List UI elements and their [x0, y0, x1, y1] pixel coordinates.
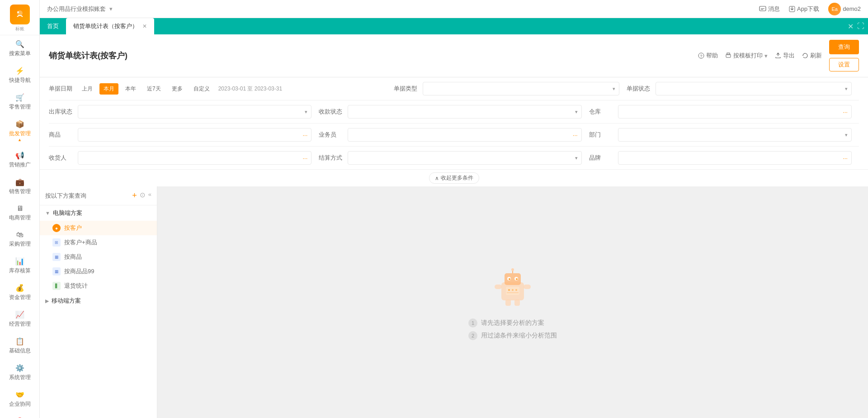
logo-icon — [10, 5, 30, 24]
sidebar-item-finance[interactable]: 💰 资金管理 — [0, 279, 39, 306]
messages-btn[interactable]: 消息 — [759, 5, 780, 13]
date-btn-this-year[interactable]: 本年 — [121, 83, 140, 95]
inventory-icon: 📊 — [15, 257, 24, 266]
ecommerce-icon: 🖥 — [16, 204, 24, 213]
content-area: 销货单统计表(按客户) ? 帮助 按模板打印 ▾ 导出 — [40, 34, 868, 418]
department-input[interactable]: ▾ — [618, 128, 852, 142]
print-dropdown-icon[interactable]: ▾ — [764, 52, 768, 59]
type-arrow-icon: ▾ — [613, 86, 615, 92]
refresh-btn[interactable]: 刷新 — [802, 52, 822, 60]
left-panel-title: 按以下方案查询 — [45, 192, 86, 200]
mobile-group-label: 移动端方案 — [52, 297, 81, 305]
sidebar-item-system[interactable]: ⚙️ 系统管理 — [0, 359, 39, 386]
plan-item-by-customer[interactable]: ● 按客户 — [40, 221, 157, 235]
page-header: 销货单统计表(按客户) ? 帮助 按模板打印 ▾ 导出 — [40, 34, 868, 77]
salesman-input[interactable]: ··· — [348, 128, 581, 142]
sidebar-item-quick[interactable]: ⚡ 快捷导航 — [0, 62, 39, 89]
sidebar-item-search[interactable]: 🔍 搜索菜单 — [0, 35, 39, 62]
settings-plan-btn[interactable]: ⊙ — [140, 191, 146, 200]
export-btn[interactable]: 导出 — [775, 52, 795, 60]
desktop-group-header[interactable]: ▼ 电脑端方案 — [40, 205, 157, 221]
plan-item-return-stats[interactable]: ▋ 退货统计 — [40, 279, 157, 293]
empty-hint-2: 2 用过滤条件来缩小分析范围 — [468, 331, 557, 340]
settings-button[interactable]: 设置 — [829, 58, 859, 71]
query-button[interactable]: 查询 — [829, 40, 859, 54]
type-input[interactable]: ▾ — [423, 82, 619, 95]
warehouse-input[interactable]: ··· — [618, 105, 852, 119]
sidebar-item-marketing[interactable]: 📢 营销推广 — [0, 147, 39, 173]
out-status-input[interactable]: ▾ — [78, 105, 311, 119]
topbar-right: 消息 App下载 Ea demo2 — [759, 3, 861, 15]
sidebar-item-sales[interactable]: 💼 销售管理 — [0, 173, 39, 200]
status-arrow-icon: ▾ — [845, 86, 848, 92]
export-icon — [775, 52, 781, 59]
sidebar-item-purchase[interactable]: 🛍 采购管理 — [0, 226, 39, 252]
add-plan-btn[interactable]: + — [132, 191, 137, 200]
tab-minimize-icon[interactable]: ✕ — [848, 22, 854, 31]
date-filter: 上月 本月 本年 近7天 更多 自定义 2023-03-01 至 2023-03… — [78, 83, 282, 95]
collapse-panel-btn[interactable]: « — [148, 191, 151, 200]
mobile-group-header[interactable]: ▶ 移动端方案 — [40, 293, 157, 309]
status-input[interactable]: ▾ — [656, 82, 852, 95]
date-btn-more[interactable]: 更多 — [168, 83, 187, 95]
tab-maximize-icon[interactable]: ⛶ — [857, 22, 864, 31]
user-area[interactable]: Ea demo2 — [828, 3, 861, 15]
type-filter-cell: 单据类型 ▾ — [394, 82, 626, 95]
settlement-input[interactable]: ▾ — [348, 151, 581, 165]
receiver-label: 收货人 — [49, 154, 74, 162]
svg-rect-19 — [514, 299, 520, 306]
basic-icon: 📋 — [15, 337, 24, 346]
app-download-btn[interactable]: App下载 — [789, 5, 819, 13]
tab-close-icon[interactable]: ✕ — [142, 23, 147, 29]
out-status-arrow-icon: ▾ — [305, 109, 307, 115]
settlement-label: 结算方式 — [319, 154, 344, 162]
filter-area: 单据日期 上月 本月 本年 近7天 更多 自定义 2023-03-01 至 20… — [40, 77, 868, 169]
tab-sales-report[interactable]: 销货单统计表（按客户） ✕ — [66, 18, 154, 34]
date-btn-last-month[interactable]: 上月 — [78, 83, 97, 95]
receive-status-input[interactable]: ▾ — [348, 105, 581, 119]
sidebar-item-wholesale[interactable]: 📦 批发管理 ▲ — [0, 115, 39, 147]
operations-icon: 📈 — [15, 310, 24, 319]
by-customer-goods-icon: ⊞ — [52, 238, 61, 247]
type-label: 单据类型 — [394, 85, 419, 93]
mobile-toggle-icon: ▶ — [45, 298, 49, 304]
date-btn-custom[interactable]: 自定义 — [189, 83, 214, 95]
settlement-arrow-icon: ▾ — [575, 155, 578, 161]
sidebar-item-newbie[interactable]: 🎯 新手引导 — [0, 413, 39, 418]
out-status-label: 出库状态 — [49, 108, 74, 116]
top-dropdown-icon[interactable]: ▾ — [109, 5, 113, 12]
date-btn-this-month[interactable]: 本月 — [99, 83, 118, 95]
brand-input[interactable]: ··· — [618, 151, 852, 165]
collapse-button[interactable]: ∧ 收起更多条件 — [429, 172, 479, 184]
topbar: 办公用品行业模拟账套 ▾ 消息 App下载 Ea demo2 — [40, 0, 868, 18]
by-goods-icon: ▦ — [52, 253, 61, 261]
sidebar-item-basic[interactable]: 📋 基础信息 — [0, 332, 39, 359]
plan-item-by-customer-goods[interactable]: ⊞ 按客户+商品 — [40, 235, 157, 250]
warehouse-filter-cell: 仓库 ··· — [589, 105, 859, 119]
mobile-plan-group: ▶ 移动端方案 — [40, 293, 157, 309]
svg-rect-18 — [505, 299, 511, 306]
tab-expand-area: ✕ ⛶ — [848, 22, 864, 31]
sidebar-item-ecommerce[interactable]: 🖥 电商管理 — [0, 200, 39, 226]
finance-icon: 💰 — [15, 284, 24, 292]
filter-row-2: 出库状态 ▾ 收款状态 ▾ 仓库 — [49, 100, 859, 124]
tab-home[interactable]: 首页 — [40, 18, 66, 34]
help-icon: ? — [698, 52, 704, 59]
goods-input[interactable]: ··· — [78, 128, 311, 142]
sidebar-item-enterprise[interactable]: 🤝 企业协同 — [0, 386, 39, 413]
settlement-filter-cell: 结算方式 ▾ — [319, 151, 589, 165]
help-btn[interactable]: ? 帮助 — [698, 52, 718, 60]
workspace: 按以下方案查询 + ⊙ « ▼ 电脑端方案 ● 按客户 — [40, 186, 868, 418]
receive-status-filter-cell: 收款状态 ▾ — [319, 105, 589, 119]
date-btn-7days[interactable]: 近7天 — [143, 83, 165, 95]
sidebar-item-inventory[interactable]: 📊 库存核算 — [0, 252, 39, 279]
plan-item-by-goods99[interactable]: ▦ 按商品品99 — [40, 264, 157, 279]
template-print-btn[interactable]: 按模板打印 ▾ — [725, 52, 768, 60]
sidebar-item-operations[interactable]: 📈 经营管理 — [0, 306, 39, 332]
return-stats-icon: ▋ — [52, 282, 61, 290]
plan-item-by-goods[interactable]: ▦ 按商品 — [40, 250, 157, 264]
department-label: 部门 — [589, 131, 614, 139]
receiver-input[interactable]: ··· — [78, 151, 311, 165]
sidebar-item-retail[interactable]: 🛒 零售管理 — [0, 89, 39, 115]
svg-text:?: ? — [700, 54, 702, 58]
